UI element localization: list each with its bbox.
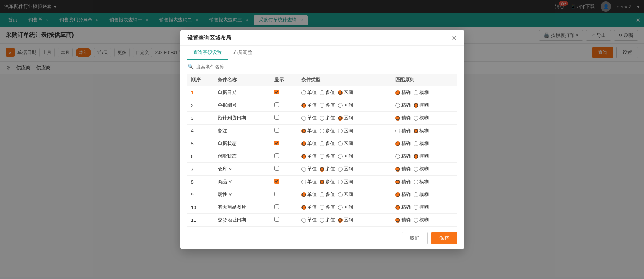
display-checkbox[interactable] bbox=[274, 90, 279, 94]
display-checkbox[interactable] bbox=[274, 217, 279, 222]
display-checkbox[interactable] bbox=[274, 153, 279, 158]
display-checkbox[interactable] bbox=[274, 115, 279, 120]
conditions-table: 顺序 条件名称 显示 条件类型 匹配原则 1单据日期单值多值区间精确模糊2单据编… bbox=[187, 74, 457, 227]
modal-overlay: 设置查询区域布局 ✕ 查询字段设置 布局调整 🔍 顺序 条件名称 显示 bbox=[0, 0, 644, 277]
row-name: 属性 ∨ bbox=[214, 188, 271, 201]
row-type: 单值多值区间 bbox=[298, 137, 392, 150]
row-order: 6 bbox=[187, 150, 214, 163]
display-checkbox[interactable] bbox=[274, 192, 279, 196]
table-row: 5单据状态单值多值区间精确模糊 bbox=[187, 137, 457, 150]
table-row: 9属性 ∨单值多值区间精确模糊 bbox=[187, 188, 457, 201]
row-order: 7 bbox=[187, 163, 214, 176]
row-order: 4 bbox=[187, 125, 214, 137]
modal-header: 设置查询区域布局 ✕ bbox=[180, 30, 464, 46]
table-row: 2单据编号单值多值区间精确模糊 bbox=[187, 99, 457, 112]
row-display bbox=[271, 125, 297, 137]
row-match: 精确模糊 bbox=[392, 112, 457, 125]
row-name: 付款状态 bbox=[214, 150, 271, 163]
row-order: 5 bbox=[187, 137, 214, 150]
display-checkbox[interactable] bbox=[274, 141, 279, 145]
table-row: 3预计到货日期单值多值区间精确模糊 bbox=[187, 112, 457, 125]
row-match: 精确模糊 bbox=[392, 86, 457, 99]
row-name: 交货地址日期 bbox=[214, 214, 271, 227]
col-header-type: 条件类型 bbox=[298, 74, 392, 86]
modal-table-wrap: 顺序 条件名称 显示 条件类型 匹配原则 1单据日期单值多值区间精确模糊2单据编… bbox=[180, 74, 464, 227]
row-order: 2 bbox=[187, 99, 214, 112]
display-checkbox[interactable] bbox=[274, 102, 279, 107]
modal-footer: 取消 保存 bbox=[180, 227, 464, 249]
table-row: 1单据日期单值多值区间精确模糊 bbox=[187, 86, 457, 99]
row-name: 预计到货日期 bbox=[214, 112, 271, 125]
tab-layout-adjust[interactable]: 布局调整 bbox=[228, 46, 258, 60]
col-header-display: 显示 bbox=[271, 74, 297, 86]
table-row: 11交货地址日期单值多值区间精确模糊 bbox=[187, 214, 457, 227]
row-match: 精确模糊 bbox=[392, 150, 457, 163]
row-order: 10 bbox=[187, 201, 214, 214]
row-order: 8 bbox=[187, 176, 214, 188]
table-row: 8商品 ∨单值多值区间精确模糊 bbox=[187, 176, 457, 188]
row-type: 单值多值区间 bbox=[298, 150, 392, 163]
row-display bbox=[271, 99, 297, 112]
modal-title: 设置查询区域布局 bbox=[187, 35, 231, 42]
row-type: 单值多值区间 bbox=[298, 188, 392, 201]
row-match: 精确模糊 bbox=[392, 163, 457, 176]
modal-close-button[interactable]: ✕ bbox=[451, 35, 457, 42]
row-match: 精确模糊 bbox=[392, 201, 457, 214]
row-match: 精确模糊 bbox=[392, 99, 457, 112]
row-display bbox=[271, 201, 297, 214]
col-header-match: 匹配原则 bbox=[392, 74, 457, 86]
row-display bbox=[271, 86, 297, 99]
row-match: 精确模糊 bbox=[392, 176, 457, 188]
row-type: 单值多值区间 bbox=[298, 214, 392, 227]
row-name: 仓库 ∨ bbox=[214, 163, 271, 176]
row-name: 单据日期 bbox=[214, 86, 271, 99]
row-order: 9 bbox=[187, 188, 214, 201]
row-name: 商品 ∨ bbox=[214, 176, 271, 188]
row-match: 精确模糊 bbox=[392, 214, 457, 227]
modal-tabs: 查询字段设置 布局调整 bbox=[180, 46, 464, 60]
row-name: 单据状态 bbox=[214, 137, 271, 150]
row-type: 单值多值区间 bbox=[298, 163, 392, 176]
row-display bbox=[271, 137, 297, 150]
search-input[interactable] bbox=[196, 64, 254, 70]
row-display bbox=[271, 214, 297, 227]
table-row: 6付款状态单值多值区间精确模糊 bbox=[187, 150, 457, 163]
col-header-name: 条件名称 bbox=[214, 74, 271, 86]
search-wrap: 🔍 bbox=[187, 64, 260, 71]
row-type: 单值多值区间 bbox=[298, 99, 392, 112]
row-order: 3 bbox=[187, 112, 214, 125]
row-display bbox=[271, 176, 297, 188]
row-type: 单值多值区间 bbox=[298, 176, 392, 188]
row-type: 单值多值区间 bbox=[298, 86, 392, 99]
row-match: 精确模糊 bbox=[392, 125, 457, 137]
table-row: 4备注单值多值区间精确模糊 bbox=[187, 125, 457, 137]
tab-query-fields[interactable]: 查询字段设置 bbox=[187, 46, 228, 60]
row-type: 单值多值区间 bbox=[298, 125, 392, 137]
display-checkbox[interactable] bbox=[274, 204, 279, 209]
modal-search-area: 🔍 bbox=[180, 60, 464, 74]
row-name: 单据编号 bbox=[214, 99, 271, 112]
row-order: 1 bbox=[187, 86, 214, 99]
display-checkbox[interactable] bbox=[274, 166, 279, 171]
display-checkbox[interactable] bbox=[274, 179, 279, 184]
save-button[interactable]: 保存 bbox=[431, 232, 457, 244]
row-type: 单值多值区间 bbox=[298, 201, 392, 214]
row-name: 有无商品图片 bbox=[214, 201, 271, 214]
col-header-order: 顺序 bbox=[187, 74, 214, 86]
cancel-button[interactable]: 取消 bbox=[402, 232, 428, 244]
display-checkbox[interactable] bbox=[274, 128, 279, 133]
search-icon: 🔍 bbox=[187, 64, 194, 70]
row-match: 精确模糊 bbox=[392, 188, 457, 201]
settings-modal: 设置查询区域布局 ✕ 查询字段设置 布局调整 🔍 顺序 条件名称 显示 bbox=[180, 30, 464, 249]
row-display bbox=[271, 188, 297, 201]
table-row: 7仓库 ∨单值多值区间精确模糊 bbox=[187, 163, 457, 176]
row-display bbox=[271, 163, 297, 176]
row-display bbox=[271, 150, 297, 163]
row-match: 精确模糊 bbox=[392, 137, 457, 150]
table-row: 10有无商品图片单值多值区间精确模糊 bbox=[187, 201, 457, 214]
row-type: 单值多值区间 bbox=[298, 112, 392, 125]
row-display bbox=[271, 112, 297, 125]
row-name: 备注 bbox=[214, 125, 271, 137]
row-order: 11 bbox=[187, 214, 214, 227]
